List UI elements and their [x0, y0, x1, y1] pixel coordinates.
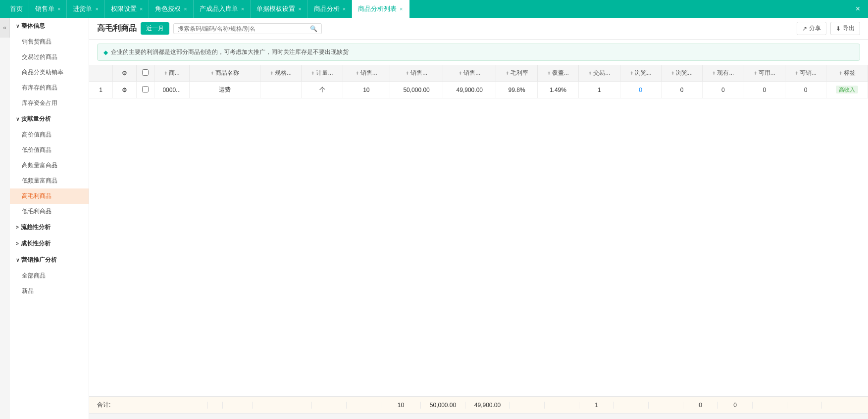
sidebar-item-low-profit[interactable]: 低毛利商品 — [10, 204, 89, 219]
nav-tab-analysis-list[interactable]: 商品分析列表× — [352, 0, 409, 18]
col-header-spec: ⬍规格... — [260, 65, 301, 82]
filter-recent-month-button[interactable]: 近一月 — [141, 22, 169, 35]
sidebar-collapse-button[interactable]: « — [0, 18, 10, 38]
col-header-setting[interactable]: ⚙ — [113, 65, 137, 82]
content-area: 高毛利商品 近一月 🔍 ↗ 分享 ⬇ 导出 — [89, 18, 868, 419]
page-title: 高毛利商品 — [97, 23, 137, 34]
sidebar-group-title-flow[interactable]: >流趋性分析 — [10, 219, 89, 235]
nav-tab-products[interactable]: 产成品入库单× — [194, 0, 251, 18]
top-navigation: 首页销售单×进货单×权限设置×角色授权×产成品入库单×单据模板设置×商品分析×商… — [0, 0, 868, 18]
sidebar-group-label-flow: 流趋性分析 — [21, 223, 51, 232]
sidebar-group-label-marketing: 营销推广分析 — [21, 256, 57, 264]
col-header-check[interactable] — [136, 65, 154, 82]
nav-tab-close-sales[interactable]: × — [57, 6, 60, 12]
nav-tab-close-roles[interactable]: × — [184, 6, 187, 12]
share-button[interactable]: ↗ 分享 — [797, 22, 826, 35]
nav-tab-close-permissions[interactable]: × — [140, 6, 143, 12]
sidebar-item-low-freq[interactable]: 低频量富商品 — [10, 173, 89, 188]
col-header-trade: ⬍交易... — [579, 65, 620, 82]
nav-tab-close-analysis[interactable]: × — [343, 6, 346, 12]
col-sort-icon: ⬍ — [588, 71, 592, 76]
sidebar-item-high-value[interactable]: 高价值商品 — [10, 127, 89, 142]
col-sort-icon: ⬍ — [795, 71, 799, 76]
sidebar-group-flow: >流趋性分析 — [10, 219, 89, 235]
col-header-available: ⬍可用... — [744, 65, 785, 82]
col-header-coverage: ⬍覆盖... — [537, 65, 578, 82]
sidebar-item-all-goods[interactable]: 全部商品 — [10, 268, 89, 283]
row-checkbox[interactable] — [142, 86, 149, 93]
nav-tab-close-purchase[interactable]: × — [95, 6, 98, 12]
footer-tag — [787, 402, 822, 409]
nav-tab-close-templates[interactable]: × — [298, 6, 301, 12]
bottom-scrollbar[interactable] — [89, 413, 868, 419]
search-icon[interactable]: 🔍 — [310, 25, 317, 32]
col-sort-icon: ⬍ — [839, 71, 843, 76]
footer-label: 合计: — [89, 401, 188, 409]
cell-available: 0 — [744, 82, 785, 98]
sidebar-item-traded-goods[interactable]: 交易过的商品 — [10, 49, 89, 65]
footer-sales-cost: 49,900.00 — [465, 402, 510, 409]
col-sort-icon: ⬍ — [754, 71, 758, 76]
sidebar-item-high-freq[interactable]: 高频量富商品 — [10, 158, 89, 173]
col-header-sales-amount: ⬍销售... — [390, 65, 443, 82]
search-input[interactable] — [178, 25, 308, 32]
nav-tab-home[interactable]: 首页 — [4, 0, 29, 18]
sidebar-item-goods-analysis[interactable]: 商品分类助销率 — [10, 65, 89, 80]
footer-current: 0 — [683, 402, 718, 409]
nav-tab-close-analysis-list[interactable]: × — [400, 6, 403, 12]
nav-tab-permissions[interactable]: 权限设置× — [105, 0, 149, 18]
table-row: 1⚙0000...运费个1050,000.0049,900.0099.8%1.4… — [89, 82, 868, 98]
sidebar-group-arrow-wealth: ∨ — [16, 116, 19, 122]
nav-tab-templates[interactable]: 单据模板设置× — [251, 0, 307, 18]
sidebar-group-growth: >成长性分析 — [10, 235, 89, 252]
sidebar-group-arrow-flow: > — [16, 225, 19, 230]
nav-tab-analysis[interactable]: 商品分析× — [308, 0, 352, 18]
sidebar-group-label-overall: 整体信息 — [21, 22, 45, 30]
col-header-current: ⬍现有... — [703, 65, 744, 82]
cell-settings[interactable]: ⚙ — [113, 82, 137, 98]
sidebar-item-inventory-ratio[interactable]: 库存资金占用 — [10, 95, 89, 111]
col-sort-icon: ⬍ — [547, 71, 551, 76]
sidebar-item-high-profit[interactable]: 高毛利商品 — [10, 188, 89, 204]
sidebar-group-arrow-marketing: ∨ — [16, 257, 19, 263]
info-banner: ◆ 企业的主要的利润都是这部分商品创造的，可考虑加大推广，同时关注库存是不要出现… — [97, 44, 860, 61]
col-header-sales-qty: ⬍销售... — [343, 65, 390, 82]
sidebar-group-title-wealth[interactable]: ∨贡献量分析 — [10, 111, 89, 127]
sidebar-item-new-goods[interactable]: 新品 — [10, 283, 89, 299]
share-icon: ↗ — [802, 25, 807, 32]
cell-current: 0 — [703, 82, 744, 98]
sidebar-group-title-overall[interactable]: ∨整体信息 — [10, 18, 89, 34]
sidebar-item-inventory-goods[interactable]: 有库存的商品 — [10, 80, 89, 95]
select-all-checkbox[interactable] — [142, 69, 149, 76]
export-button[interactable]: ⬇ 导出 — [830, 22, 860, 35]
nav-tab-purchase[interactable]: 进货单× — [67, 0, 104, 18]
col-header-sales-cost: ⬍销售... — [443, 65, 496, 82]
sidebar-group-label-wealth: 贡献量分析 — [21, 115, 51, 123]
nav-tab-sales[interactable]: 销售单× — [29, 0, 67, 18]
cell-sales-cost: 49,900.00 — [443, 82, 496, 98]
col-sort-icon: ⬍ — [406, 71, 409, 76]
table-container: ⚙⬍商...⬍商品名称⬍规格...⬍计量...⬍销售...⬍销售...⬍销售..… — [89, 65, 868, 396]
cell-sales-qty: 10 — [343, 82, 390, 98]
nav-tab-close-products[interactable]: × — [241, 6, 244, 12]
sidebar-item-sales-goods[interactable]: 销售货商品 — [10, 34, 89, 49]
col-header-browse1: ⬍浏览... — [620, 65, 661, 82]
header-actions: ↗ 分享 ⬇ 导出 — [797, 22, 860, 35]
sidebar-group-label-growth: 成长性分析 — [21, 239, 51, 248]
footer-cells: 10 50,000.00 49,900.00 1 0 0 — [188, 402, 868, 409]
sidebar-group-title-growth[interactable]: >成长性分析 — [10, 235, 89, 252]
nav-tab-roles[interactable]: 角色授权× — [149, 0, 193, 18]
close-all-icon[interactable]: × — [852, 4, 864, 13]
col-sort-icon: ⬍ — [506, 71, 510, 76]
cell-check — [136, 82, 154, 98]
footer-sales-amount: 50,000.00 — [421, 402, 465, 409]
footer-saleable — [753, 402, 787, 409]
sidebar-group-title-marketing[interactable]: ∨营销推广分析 — [10, 252, 89, 268]
sidebar-item-low-value[interactable]: 低价值商品 — [10, 142, 89, 158]
col-sort-icon: ⬍ — [210, 71, 214, 76]
cell-gross-rate: 99.8% — [496, 82, 537, 98]
cell-browse1[interactable]: 0 — [620, 82, 661, 98]
sidebar-group-marketing: ∨营销推广分析全部商品新品 — [10, 252, 89, 299]
col-sort-icon: ⬍ — [270, 71, 274, 76]
col-sort-icon: ⬍ — [164, 71, 168, 76]
